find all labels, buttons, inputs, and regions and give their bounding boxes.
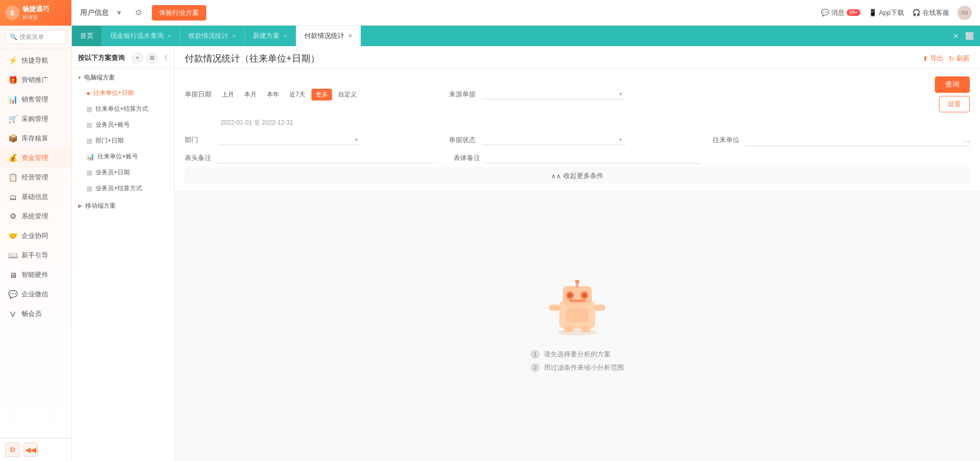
source-select[interactable]: ▾ <box>482 89 625 99</box>
collapse-conditions-button[interactable]: ∧∧ 收起更多条件 <box>185 168 970 184</box>
date-option-last-month[interactable]: 上月 <box>218 89 238 101</box>
enterprise-icon: 🤝 <box>8 231 17 240</box>
topbar-dropdown-button[interactable]: ▾ <box>113 7 125 19</box>
headset-icon: 🎧 <box>912 9 920 16</box>
header-note-input[interactable] <box>218 152 433 164</box>
date-option-this-month[interactable]: 本月 <box>240 89 261 101</box>
scheme-panel: 按以下方案查询 + ⚙ 《 ▾ 电脑端方案 ● <box>72 46 174 461</box>
hint-num-2: 2 <box>531 363 540 372</box>
svg-rect-12 <box>564 325 574 332</box>
scheme-gear-button[interactable]: ⚙ <box>146 52 158 64</box>
sidebar-nav: ⚡ 快捷导航 🎁 营销推广 📊 销售管理 🛒 采购管理 📦 库存核算 💰 资金管… <box>0 49 71 438</box>
tab-bank-flow[interactable]: 现金银行流水查询 × <box>102 26 180 46</box>
scheme-desktop-label: 电脑端方案 <box>84 73 115 82</box>
sidebar-item-weixin[interactable]: 💬 企业微信 <box>0 285 71 304</box>
scheme-item-staff-account[interactable]: ▦ 业务员+账号 <box>72 117 174 133</box>
tab-new-scheme-close[interactable]: × <box>284 32 287 39</box>
sidebar-item-inventory[interactable]: 📦 库存核算 <box>0 129 71 148</box>
date-option-this-year[interactable]: 本年 <box>263 89 283 101</box>
scheme-desktop-group-header[interactable]: ▾ 电脑端方案 <box>72 70 174 85</box>
bill-status-select[interactable]: ▾ <box>482 135 625 145</box>
scheme-item-staff-date[interactable]: ▦ 业务员+日期 <box>72 165 174 181</box>
marketing-icon: 🎁 <box>8 75 17 85</box>
body-note-label: 表体备注 <box>454 153 482 163</box>
filter-row-2: 部门 ▾ 单据状态 ▾ 往来单位 <box>185 133 970 146</box>
scheme-item-unit-settle[interactable]: ▦ 往来单位+结算方式 <box>72 101 174 117</box>
sidebar-item-member[interactable]: V 畅会员 <box>0 304 71 324</box>
quick-nav-icon: ⚡ <box>8 56 17 65</box>
chevron-up-icon: ∧∧ <box>551 172 561 180</box>
sidebar-item-marketing[interactable]: 🎁 营销推广 <box>0 70 71 90</box>
filter-settings-button[interactable]: 设置 <box>939 96 970 112</box>
phone-icon: 📱 <box>869 9 877 16</box>
sidebar-item-business[interactable]: 📋 经营管理 <box>0 168 71 187</box>
tab-receipts-stat-label: 收款情况统计 <box>188 31 228 41</box>
sidebar-item-system[interactable]: ⚙ 系统管理 <box>0 207 71 226</box>
svg-point-0 <box>557 329 598 335</box>
sidebar-bottom: ⚙ ◀◀ <box>0 438 71 461</box>
message-button[interactable]: 💬 消息 99+ <box>821 8 860 17</box>
svg-rect-10 <box>549 305 560 311</box>
settings-bottom-button[interactable]: ⚙ <box>5 443 19 457</box>
trial-industry-button[interactable]: 体验行业方案 <box>152 5 206 21</box>
topbar-gear-button[interactable]: ⚙ <box>131 6 146 20</box>
scheme-add-button[interactable]: + <box>132 52 143 64</box>
date-option-custom[interactable]: 自定义 <box>334 89 361 101</box>
logo-icon: 6 <box>5 6 19 20</box>
online-service-button[interactable]: 🎧 在线客服 <box>912 8 949 17</box>
svg-rect-14 <box>566 308 589 323</box>
sidebar-item-basic[interactable]: 🗂 基础信息 <box>0 187 71 207</box>
sidebar-item-enterprise[interactable]: 🤝 企业协同 <box>0 226 71 246</box>
scheme-item-unit-date[interactable]: ● 往来单位+日期 <box>72 85 174 101</box>
filter-header-note-cell: 表头备注 <box>185 152 433 164</box>
sidebar-item-guide[interactable]: 📖 新手引导 <box>0 246 71 265</box>
sidebar-item-finance[interactable]: 💰 资金管理 <box>0 148 71 168</box>
scheme-item-dept-date[interactable]: ▦ 部门+日期 <box>72 133 174 149</box>
refresh-button[interactable]: ↻ 刷新 <box>949 54 970 63</box>
sidebar-item-label: 快捷导航 <box>22 56 48 65</box>
tab-home[interactable]: 首页 <box>72 26 102 46</box>
app-download-button[interactable]: 📱 App下载 <box>869 8 904 17</box>
chevron-down-icon: ▾ <box>619 91 622 97</box>
tab-maximize-button[interactable]: ⬜ <box>965 32 974 40</box>
date-option-last-7[interactable]: 近7天 <box>285 89 309 101</box>
empty-hint-1: 1 请先选择要分析的方案 <box>531 350 624 359</box>
sidebar-item-hardware[interactable]: 🖥 智能硬件 <box>0 265 71 285</box>
tab-close-window-button[interactable]: ✕ <box>953 32 959 40</box>
message-icon: 💬 <box>821 9 829 16</box>
unit-dots[interactable]: ... <box>963 135 970 144</box>
scheme-item-unit-account[interactable]: 📊 往来单位+账号 <box>72 149 174 165</box>
online-service-label: 在线客服 <box>923 8 949 17</box>
tab-home-label: 首页 <box>80 31 93 41</box>
svg-point-6 <box>582 293 587 298</box>
content-area: 付款情况统计（往来单位+日期） ⬆ 导出 ↻ 刷新 <box>174 46 980 461</box>
scheme-active-icon: ● <box>86 89 90 97</box>
page-body: 按以下方案查询 + ⚙ 《 ▾ 电脑端方案 ● <box>72 46 980 461</box>
date-option-more[interactable]: 更多 <box>311 89 332 101</box>
plus-icon: + <box>135 54 139 62</box>
date-range-display: 2022-01-01 至 2022-12-31 <box>221 118 970 127</box>
tab-new-scheme[interactable]: 新建方案 × <box>245 26 296 46</box>
empty-hints: 1 请先选择要分析的方案 2 用过滤条件来缩小分析范围 <box>531 350 624 372</box>
search-menu-button[interactable]: 🔍 搜索菜单 <box>5 30 66 44</box>
body-note-input[interactable] <box>486 152 702 164</box>
scheme-mobile-group[interactable]: ▶ 移动端方案 <box>72 198 174 213</box>
tab-receipts-stat-close[interactable]: × <box>232 32 236 39</box>
sidebar-item-sales[interactable]: 📊 销售管理 <box>0 90 71 109</box>
query-button[interactable]: 查询 <box>935 76 970 93</box>
export-button[interactable]: ⬆ 导出 <box>923 54 944 63</box>
tab-receipts-stat[interactable]: 收款情况统计 × <box>180 26 245 46</box>
scheme-collapse-button[interactable]: 《 <box>161 53 168 63</box>
main-content: 用户信息 ▾ ⚙ 体验行业方案 💬 消息 99+ 📱 App下载 🎧 在线客服 … <box>72 0 980 461</box>
finance-icon: 💰 <box>8 153 17 163</box>
tab-payment-stat-close[interactable]: × <box>348 32 352 39</box>
sidebar-item-purchase[interactable]: 🛒 采购管理 <box>0 109 71 129</box>
dept-select[interactable]: ▾ <box>218 135 361 145</box>
sidebar-item-quick-nav[interactable]: ⚡ 快捷导航 <box>0 51 71 70</box>
collapse-sidebar-button[interactable]: ◀◀ <box>24 443 38 457</box>
tab-bank-flow-close[interactable]: × <box>168 32 171 39</box>
user-avatar[interactable]: Rit <box>957 6 972 20</box>
sidebar-item-label: 经营管理 <box>22 173 48 182</box>
tab-payment-stat[interactable]: 付款情况统计 × <box>296 26 361 46</box>
scheme-item-staff-settle[interactable]: ▦ 业务员+结算方式 <box>72 181 174 196</box>
